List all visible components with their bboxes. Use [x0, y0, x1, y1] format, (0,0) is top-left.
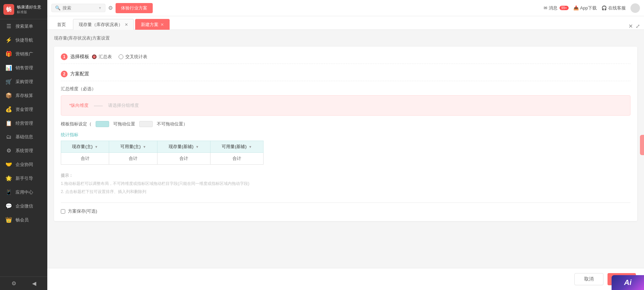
- sidebar-item-label: 销售管理: [16, 65, 33, 71]
- sidebar-item-sales[interactable]: 📊 销售管理: [0, 61, 47, 75]
- tab-home-label: 首页: [57, 22, 66, 28]
- tip-item-0: 1.拖动标题栏可以调整布局，不可跨维度或指标区域拖动栏目字段(只能在同一维度或指…: [61, 179, 630, 188]
- stats-col-3-header[interactable]: 可用量(基辅) ▼: [210, 141, 263, 153]
- tab-expand-ctrl[interactable]: ⤢: [636, 23, 640, 29]
- trial-btn[interactable]: 体验行业方案: [116, 3, 153, 13]
- newbie-icon: 🌟: [5, 175, 12, 182]
- radio-cross-label: 交叉统计表: [125, 54, 147, 60]
- user-avatar[interactable]: [630, 3, 640, 13]
- ai-badge[interactable]: Ai: [612, 275, 644, 290]
- ai-label: Ai: [624, 278, 631, 287]
- online-service-btn[interactable]: 🎧 在线客服: [601, 5, 626, 11]
- settings-panel: 1 选择模板 汇总表 交叉统计表: [54, 47, 637, 221]
- sidebar-item-finance[interactable]: 💰 资金管理: [0, 102, 47, 116]
- sidebar-footer: ⚙ ◀: [0, 276, 47, 290]
- system-icon: ⚙: [5, 147, 12, 154]
- cancel-button[interactable]: 取消: [574, 273, 603, 285]
- tab-inventory-label: 现存量（库存状况表）: [79, 22, 123, 28]
- section2-header: 2 方案配置: [61, 71, 630, 81]
- app-logo: 畅 畅康通好生意 标准版: [0, 0, 47, 19]
- save-label: 方案保存(可选): [68, 208, 97, 214]
- radio-cross[interactable]: 交叉统计表: [119, 54, 147, 60]
- settings-icon[interactable]: ⚙: [108, 5, 113, 11]
- stats-section: 统计指标 现存量(主) ▼: [61, 132, 630, 165]
- search-menu-icon: ☰: [5, 23, 12, 29]
- service-icon: 🎧: [601, 5, 607, 10]
- right-scroll-hint: [640, 135, 644, 155]
- sidebar-item-member[interactable]: 👑 畅会员: [0, 213, 47, 227]
- sidebar-item-newbie[interactable]: 🌟 新手引导: [0, 171, 47, 185]
- cooperation-icon: 🤝: [5, 161, 12, 168]
- draggable-indicator-box: [96, 121, 109, 127]
- save-checkbox[interactable]: [61, 209, 65, 214]
- tab-new-plan-label: 新建方案: [141, 22, 158, 28]
- non-draggable-indicator-box: [139, 121, 153, 127]
- sidebar-item-label: 快捷导航: [16, 37, 33, 43]
- radio-cross-input[interactable]: [119, 54, 123, 59]
- messages-btn[interactable]: ✉ 消息 99+: [544, 5, 569, 11]
- search-area[interactable]: 🔍 ▼: [51, 4, 105, 12]
- sidebar-item-quick-nav[interactable]: ⚡ 快捷导航: [0, 33, 47, 47]
- settings-footer-btn[interactable]: ⚙: [11, 280, 16, 287]
- indicator-label-text: 模板指标设定（: [61, 121, 92, 127]
- section1-title: 选择模板: [70, 54, 89, 60]
- collapse-footer-btn[interactable]: ◀: [32, 280, 36, 287]
- sidebar-item-label: 库存核算: [16, 93, 33, 99]
- stats-table-header-row: 现存量(主) ▼ 可用量(主) ▼: [61, 141, 264, 153]
- col-1-chevron-icon: ▼: [143, 145, 146, 149]
- sidebar-item-operations[interactable]: 📋 经营管理: [0, 116, 47, 130]
- dim-label: 汇总维度（必选）: [61, 86, 630, 92]
- tab-inventory[interactable]: 现存量（库存状况表） ✕: [73, 19, 134, 30]
- app-download-btn[interactable]: 📥 App下载: [573, 5, 597, 11]
- search-input[interactable]: [63, 5, 96, 10]
- stats-cell-0: 合计: [61, 153, 109, 165]
- chevron-down-icon: ▼: [98, 6, 102, 10]
- sidebar-item-cooperation[interactable]: 🤝 企业协同: [0, 158, 47, 171]
- draggable-indicator-label: 可拖动位置: [113, 121, 135, 127]
- sidebar-item-label: 应用中心: [16, 189, 33, 195]
- col-3-chevron-icon: ▼: [249, 145, 252, 149]
- sales-icon: 📊: [5, 65, 12, 71]
- sidebar-item-search-menu[interactable]: ☰ 搜索菜单: [0, 19, 47, 33]
- stats-col-1-label: 可用量(主): [120, 144, 141, 150]
- topbar-right: ✉ 消息 99+ 📥 App下载 🎧 在线客服: [544, 3, 640, 13]
- sidebar-item-basic-info[interactable]: 🗂 基础信息: [0, 130, 47, 144]
- sidebar-item-purchase[interactable]: 🛒 采购管理: [0, 75, 47, 89]
- stats-label: 统计指标: [61, 132, 630, 138]
- app-center-icon: 📱: [5, 189, 12, 195]
- sidebar-item-label: 采购管理: [16, 79, 33, 85]
- tab-new-plan-close[interactable]: ✕: [160, 22, 164, 27]
- sidebar-item-label: 基础信息: [16, 134, 33, 140]
- sidebar-item-system[interactable]: ⚙ 系统管理: [0, 144, 47, 158]
- tab-inventory-close[interactable]: ✕: [125, 22, 128, 27]
- sidebar-item-label: 新手引导: [16, 175, 33, 182]
- radio-summary-input[interactable]: [92, 54, 97, 59]
- sidebar-item-app-center[interactable]: 📱 应用中心: [0, 185, 47, 199]
- dimension-area[interactable]: *纵向维度 —— 请选择分组维度: [61, 95, 630, 116]
- wechat-icon: 💬: [5, 203, 12, 209]
- vertical-dim-label: *纵向维度: [69, 102, 89, 108]
- dim-dash: ——: [94, 103, 103, 108]
- stats-table-body-row: 合计 合计 合计 合计: [61, 153, 264, 165]
- tab-close-ctrl[interactable]: ✕: [628, 23, 633, 29]
- col-2-chevron-icon: ▼: [196, 145, 199, 149]
- finance-icon: 💰: [5, 106, 12, 113]
- sidebar-item-inventory-mgmt[interactable]: 📦 库存核算: [0, 89, 47, 102]
- sidebar-item-label: 企业协同: [16, 162, 33, 168]
- stats-col-3-label: 可用量(基辅): [222, 144, 247, 150]
- page-content: 现存量(库存状况表)方案设置 1 选择模板 汇总表 交叉统计表: [47, 30, 644, 268]
- operations-icon: 📋: [5, 120, 12, 126]
- sidebar-item-label: 企业微信: [16, 203, 33, 209]
- sidebar-item-wechat[interactable]: 💬 企业微信: [0, 199, 47, 213]
- sidebar-nav: ☰ 搜索菜单 ⚡ 快捷导航 🎁 营销推广 📊 销售管理 🛒 采购管理 📦 库存核…: [0, 19, 47, 276]
- stats-col-1-header[interactable]: 可用量(主) ▼: [109, 141, 157, 153]
- stats-col-2-header[interactable]: 现存量(基辅) ▼: [157, 141, 210, 153]
- tab-home[interactable]: 首页: [51, 19, 72, 30]
- tab-new-plan[interactable]: 新建方案 ✕: [135, 19, 170, 30]
- section1-header: 1 选择模板 汇总表 交叉统计表: [61, 53, 630, 64]
- save-row: 方案保存(可选): [61, 202, 630, 214]
- sidebar-item-marketing[interactable]: 🎁 营销推广: [0, 47, 47, 61]
- logo-text: 畅康通好生意 标准版: [17, 4, 41, 15]
- stats-col-0-header[interactable]: 现存量(主) ▼: [61, 141, 109, 153]
- radio-summary[interactable]: 汇总表: [92, 54, 112, 60]
